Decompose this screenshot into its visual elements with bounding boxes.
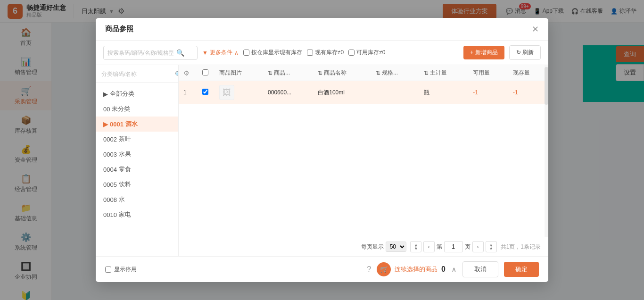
td-available: -1 (468, 81, 508, 104)
th-available: 可用量 (468, 65, 508, 81)
pagination-info: 共1页，1条记录 (501, 243, 541, 251)
product-reference-modal: 商品参照 ✕ 🔍 ▼ 更多条件 ∧ 按仓库显示现有库存 现有库存≠0 (96, 18, 548, 282)
product-thumbnail: 🖼 (219, 85, 234, 100)
cart-icon: 🛒 (377, 262, 391, 276)
page-word: 第 (437, 243, 442, 251)
category-panel: 🔍 « ▶ 全部分类 00 未分类 ▶ 0001 酒水 0002 (96, 65, 179, 256)
sort-icon-unit: ⇅ (424, 70, 429, 76)
modal-header: 商品参照 ✕ (96, 18, 548, 41)
category-item-uncategorized[interactable]: 00 未分类 (96, 101, 178, 117)
cat-label-all: 全部分类 (110, 90, 134, 98)
th-image-label: 商品图片 (219, 69, 242, 77)
per-page-select[interactable]: 50 (386, 242, 406, 252)
select-all-checkbox[interactable] (202, 69, 208, 75)
show-disabled-label: 显示停用 (114, 266, 137, 274)
checkbox-available-nonzero[interactable]: 可用库存≠0 (348, 49, 385, 57)
page-word2: 页 (465, 243, 471, 251)
th-name: ⇅ 商品名称 (313, 65, 371, 81)
category-item-beverage[interactable]: 0005 饮料 (96, 177, 178, 192)
cat-label-liquor-code: 0001 (110, 121, 124, 128)
category-item-water[interactable]: 0008 水 (96, 192, 178, 207)
sort-icon-name: ⇅ (318, 70, 322, 76)
checkbox-available-nonzero-label: 可用库存≠0 (356, 49, 385, 57)
filter-button[interactable]: ▼ 更多条件 ∧ (202, 49, 239, 57)
modal-footer: 显示停用 ? 🛒 连续选择的商品 0 ∧ 取消 确定 (96, 256, 548, 282)
checkbox-available-nonzero-input[interactable] (348, 50, 355, 56)
table-header-row: ⚙ 商品图片 ⇅ (179, 65, 548, 81)
th-settings: ⚙ (179, 65, 198, 81)
cat-label-beverage-name: 饮料 (119, 180, 131, 189)
table-scrollbar[interactable] (545, 65, 548, 237)
filter-label: 更多条件 (210, 49, 232, 57)
modal-body: 🔍 « ▶ 全部分类 00 未分类 ▶ 0001 酒水 0002 (96, 65, 548, 256)
th-image: 商品图片 (215, 65, 263, 81)
cat-label-snack: 0004 (103, 166, 117, 173)
cat-label-uncategorized-name: 未分类 (112, 105, 130, 113)
cart-area[interactable]: 🛒 连续选择的商品 0 (377, 262, 446, 276)
column-settings-icon[interactable]: ⚙ (183, 69, 190, 77)
help-icon[interactable]: ? (367, 265, 371, 274)
product-table-wrap[interactable]: ⚙ 商品图片 ⇅ (179, 65, 548, 237)
category-item-liquor[interactable]: ▶ 0001 酒水 (96, 117, 178, 132)
category-search-input[interactable] (101, 71, 172, 77)
confirm-button[interactable]: 确定 (504, 262, 539, 277)
filter-arrow-icon: ∧ (234, 50, 239, 56)
filter-icon: ▼ (202, 50, 208, 56)
th-checkbox (198, 65, 215, 81)
collapse-cart-icon[interactable]: ∧ (451, 265, 457, 274)
th-spec-label: 规格... (382, 69, 398, 77)
th-stock-label: 现存量 (513, 69, 530, 76)
product-search-input[interactable] (107, 50, 173, 56)
page-prev-button[interactable]: ‹ (423, 241, 435, 252)
pagination-bar: 每页显示 50 ⟪ ‹ 第 页 › ⟫ 共1页，1条记录 (179, 237, 548, 256)
cat-label-uncategorized: 00 (103, 106, 110, 113)
checkbox-stock-nonzero[interactable]: 现有库存≠0 (307, 49, 344, 57)
td-rownum: 1 (179, 81, 198, 104)
modal-close-button[interactable]: ✕ (532, 25, 539, 33)
add-product-button[interactable]: + 新增商品 (463, 46, 504, 59)
checkbox-warehouse-label: 按仓库显示现有库存 (251, 49, 302, 57)
modal-overlay: 商品参照 ✕ 🔍 ▼ 更多条件 ∧ 按仓库显示现有库存 现有库存≠0 (0, 0, 644, 300)
cat-label-tea: 0002 (103, 136, 117, 143)
checkbox-warehouse[interactable]: 按仓库显示现有库存 (243, 49, 302, 57)
show-disabled-input[interactable] (105, 267, 111, 273)
search-icon[interactable]: 🔍 (176, 49, 184, 57)
checkbox-stock-nonzero-input[interactable] (307, 50, 313, 56)
refresh-button[interactable]: ↻ 刷新 (509, 45, 541, 60)
page-first-button[interactable]: ⟪ (410, 241, 421, 252)
th-stock: 现存量 (508, 65, 548, 81)
th-unit: ⇅ 主计量 (419, 65, 469, 81)
th-spec: ⇅ 规格... (371, 65, 419, 81)
page-navigation: ⟪ ‹ 第 页 › ⟫ (410, 241, 497, 252)
th-code-label: 商品... (274, 69, 290, 77)
product-table: ⚙ 商品图片 ⇅ (179, 65, 548, 104)
category-item-snack[interactable]: 0004 零食 (96, 162, 178, 177)
row-checkbox[interactable] (202, 89, 208, 95)
td-checkbox (198, 81, 215, 104)
category-item-all[interactable]: ▶ 全部分类 (96, 86, 178, 101)
td-name: 白酒100ml (313, 81, 371, 104)
th-name-label: 商品名称 (324, 69, 347, 77)
category-item-fruit[interactable]: 0003 水果 (96, 147, 178, 162)
cat-label-beverage: 0005 (103, 181, 117, 188)
cancel-button[interactable]: 取消 (462, 261, 498, 277)
cat-label-fruit-name: 水果 (119, 150, 131, 158)
cart-label: 连续选择的商品 (395, 265, 438, 274)
td-code: 000600... (263, 81, 313, 104)
show-disabled-checkbox[interactable]: 显示停用 (105, 266, 137, 274)
page-last-button[interactable]: ⟫ (486, 241, 497, 252)
cat-arrow-liquor: ▶ (103, 121, 108, 128)
category-search-wrap: 🔍 « (96, 70, 178, 83)
th-code: ⇅ 商品... (263, 65, 313, 81)
category-item-appliance[interactable]: 0010 家电 (96, 207, 178, 222)
category-search-icon[interactable]: 🔍 (175, 71, 179, 78)
page-input[interactable] (444, 241, 463, 252)
table-row[interactable]: 1 🖼 000600... 白酒100ml (179, 81, 548, 104)
cat-label-water-name: 水 (119, 195, 125, 204)
checkbox-warehouse-input[interactable] (243, 50, 249, 56)
page-next-button[interactable]: › (472, 241, 484, 252)
modal-toolbar: 🔍 ▼ 更多条件 ∧ 按仓库显示现有库存 现有库存≠0 可用库存≠0 + 新增商… (96, 41, 548, 65)
category-item-tea[interactable]: 0002 茶叶 (96, 132, 178, 147)
th-unit-label: 主计量 (430, 69, 447, 77)
sort-icon-spec: ⇅ (376, 70, 380, 76)
